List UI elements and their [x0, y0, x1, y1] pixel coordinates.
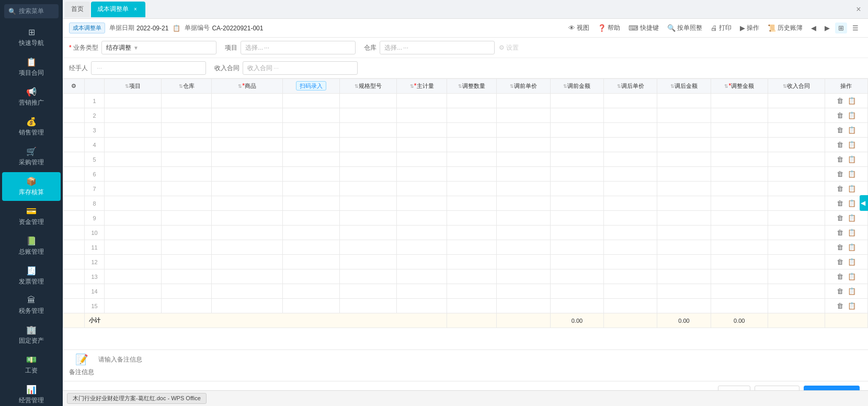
product-cell[interactable] — [211, 255, 282, 269]
sidebar-item-sales-mgmt[interactable]: 💰 销售管理 — [2, 112, 61, 141]
copy-icon[interactable]: 📋 — [848, 214, 856, 222]
pre-price-cell[interactable] — [497, 94, 550, 108]
warehouse-cell[interactable] — [162, 240, 212, 255]
pre-amount-cell[interactable] — [550, 255, 603, 269]
qty-cell[interactable] — [447, 211, 497, 225]
qty-cell[interactable] — [447, 240, 497, 255]
copy-icon[interactable]: 📋 — [848, 111, 856, 119]
spec-cell[interactable] — [340, 269, 397, 284]
spec-cell[interactable] — [340, 138, 397, 152]
scan-cell[interactable] — [283, 225, 340, 240]
scan-cell[interactable] — [283, 255, 340, 269]
income-contract-cell[interactable] — [768, 299, 825, 313]
copy-icon[interactable]: 📋 — [848, 155, 856, 163]
sidebar-item-purchase-mgmt[interactable]: 🛒 采购管理 — [2, 142, 61, 171]
qty-cell[interactable] — [447, 182, 497, 196]
delete-icon[interactable]: 🗑 — [837, 243, 843, 251]
warehouse-cell[interactable] — [162, 225, 212, 240]
post-price-cell[interactable] — [604, 138, 657, 152]
sidebar-item-salary[interactable]: 💵 工资 — [2, 351, 61, 379]
qty-cell[interactable] — [447, 138, 497, 152]
review-button[interactable]: 🔍 按单照整 — [664, 22, 705, 34]
adjust-amount-cell[interactable] — [711, 196, 768, 211]
qty-cell[interactable] — [447, 284, 497, 299]
post-price-cell[interactable] — [604, 284, 657, 299]
shortcut-button[interactable]: ⌨ 快捷键 — [625, 22, 662, 34]
post-price-cell[interactable] — [604, 123, 657, 138]
post-price-cell[interactable] — [604, 152, 657, 167]
unit-cell[interactable] — [397, 94, 447, 108]
sidebar-item-inventory[interactable]: 📦 库存核算 — [2, 172, 61, 201]
history-button[interactable]: 📜 历史账簿 — [764, 22, 806, 34]
pre-price-cell[interactable] — [497, 269, 550, 284]
pre-amount-cell[interactable] — [550, 94, 603, 108]
warehouse-cell[interactable] — [162, 255, 212, 269]
spec-cell[interactable] — [340, 152, 397, 167]
pre-price-cell[interactable] — [497, 138, 550, 152]
list-view-button[interactable]: ☰ — [849, 22, 862, 33]
post-price-cell[interactable] — [604, 182, 657, 196]
delete-icon[interactable]: 🗑 — [837, 185, 843, 193]
post-amount-cell[interactable] — [657, 269, 711, 284]
pre-amount-cell[interactable] — [550, 182, 603, 196]
product-cell[interactable] — [211, 108, 282, 123]
project-input[interactable]: 选择... ··· — [241, 41, 356, 54]
project-cell[interactable] — [105, 284, 162, 299]
income-contract-cell[interactable] — [768, 138, 825, 152]
post-price-cell[interactable] — [604, 299, 657, 313]
warehouse-cell[interactable] — [162, 94, 212, 108]
post-amount-cell[interactable] — [657, 299, 711, 313]
unit-cell[interactable] — [397, 299, 447, 313]
scan-cell[interactable] — [283, 152, 340, 167]
sidebar-item-ledger[interactable]: 📗 总账管理 — [2, 232, 61, 261]
post-amount-cell[interactable] — [657, 284, 711, 299]
taskbar-item[interactable]: 木门行业好业财处理方案-葛红红.doc - WPS Office — [67, 393, 207, 404]
pre-price-cell[interactable] — [497, 211, 550, 225]
adjust-amount-cell[interactable] — [711, 182, 768, 196]
pre-price-cell[interactable] — [497, 225, 550, 240]
product-cell[interactable] — [211, 196, 282, 211]
sidebar-item-capital[interactable]: 💳 资金管理 — [2, 202, 61, 231]
nav-next-button[interactable]: ▶ — [821, 22, 833, 33]
th-post-price[interactable]: ⇅调后单价 — [604, 79, 657, 94]
copy-icon[interactable]: 📋 — [848, 229, 856, 236]
post-price-cell[interactable] — [604, 255, 657, 269]
project-cell[interactable] — [105, 108, 162, 123]
th-project[interactable]: ⇅项目 — [105, 79, 162, 94]
warehouse-cell[interactable] — [162, 123, 212, 138]
project-cell[interactable] — [105, 240, 162, 255]
copy-icon[interactable]: 📋 — [848, 273, 856, 280]
print-button[interactable]: 🖨 打印 — [707, 22, 735, 34]
project-cell[interactable] — [105, 182, 162, 196]
pre-price-cell[interactable] — [497, 108, 550, 123]
qty-cell[interactable] — [447, 196, 497, 211]
view-button[interactable]: 👁 视图 — [565, 22, 592, 34]
project-cell[interactable] — [105, 94, 162, 108]
th-spec[interactable]: ⇅规格型号 — [340, 79, 397, 94]
spec-cell[interactable] — [340, 211, 397, 225]
th-qty[interactable]: ⇅调整数量 — [447, 79, 497, 94]
income-contract-cell[interactable] — [768, 123, 825, 138]
post-amount-cell[interactable] — [657, 196, 711, 211]
pre-price-cell[interactable] — [497, 182, 550, 196]
project-cell[interactable] — [105, 225, 162, 240]
adjust-amount-cell[interactable] — [711, 108, 768, 123]
post-price-cell[interactable] — [604, 94, 657, 108]
pre-price-cell[interactable] — [497, 240, 550, 255]
warehouse-cell[interactable] — [162, 167, 212, 182]
scan-cell[interactable] — [283, 138, 340, 152]
scan-cell[interactable] — [283, 299, 340, 313]
post-amount-cell[interactable] — [657, 138, 711, 152]
unit-cell[interactable] — [397, 108, 447, 123]
nav-prev-button[interactable]: ◀ — [808, 22, 819, 33]
pre-amount-cell[interactable] — [550, 269, 603, 284]
delete-icon[interactable]: 🗑 — [837, 214, 843, 222]
product-cell[interactable] — [211, 225, 282, 240]
post-amount-cell[interactable] — [657, 211, 711, 225]
scan-cell[interactable] — [283, 211, 340, 225]
green-tab[interactable]: ◀ — [860, 195, 868, 211]
adjust-amount-cell[interactable] — [711, 240, 768, 255]
qty-cell[interactable] — [447, 108, 497, 123]
adjust-amount-cell[interactable] — [711, 269, 768, 284]
copy-icon[interactable]: 📋 — [848, 287, 856, 295]
